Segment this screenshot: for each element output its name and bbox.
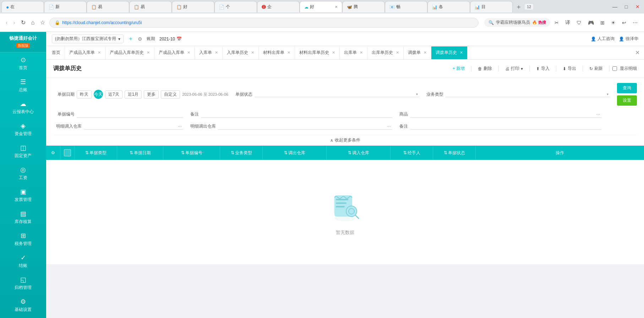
page-tab-8[interactable]: 出库单 ✕ [340, 46, 367, 59]
browser-tab-10[interactable]: 📧 畅 [385, 1, 427, 12]
page-tab-6[interactable]: 材料出库单 ✕ [259, 46, 295, 59]
biz-type-select[interactable]: ▾ [446, 91, 610, 97]
detail-out-select[interactable]: ··· [218, 123, 392, 130]
page-tab-8-close[interactable]: ✕ [360, 50, 363, 55]
page-tab-1-close[interactable]: ✕ [98, 50, 101, 55]
new-tab-button[interactable]: ＋ [513, 2, 525, 11]
company-selector[interactable]: (勿删勿禁用）江西服宝测试专用 ▾ [52, 34, 124, 43]
service-button[interactable]: 👤 人工咨询 [591, 36, 615, 42]
sidebar-item-home[interactable]: ⊙ 首页 [0, 52, 46, 74]
th-biz[interactable]: ⇅ 业务类型 [220, 146, 263, 160]
url-bar[interactable]: 🔒 https://cloud.chanjet.com/accounting/u… [49, 18, 479, 28]
status-select[interactable]: ▾ [255, 91, 419, 97]
import-button[interactable]: ⬆ 导入 [533, 64, 553, 73]
search-bar[interactable]: 🔍 学霸应聘场驱鸟员 🔥 热搜 [484, 18, 550, 27]
sidebar-item-inventory[interactable]: ▤ 库存核算 [0, 206, 46, 228]
today-btn[interactable]: 今天 [94, 90, 103, 99]
browser-tab-2[interactable]: 📄 新 [44, 1, 87, 12]
minimize-button[interactable]: ― [610, 2, 620, 12]
theme-action[interactable]: ☀ [609, 18, 618, 27]
browser-tab-9[interactable]: 🦋 腾 [342, 1, 385, 12]
sidebar-item-report[interactable]: ☁ 云报表中心 [0, 96, 46, 118]
browser-tab-8[interactable]: ☁ 好 ✕ [300, 1, 342, 12]
page-tab-1[interactable]: 产成品入库单 ✕ [65, 46, 105, 59]
page-tab-home[interactable]: 首页 [48, 46, 65, 59]
custom-btn[interactable]: 自定义 [161, 90, 180, 99]
translate-action[interactable]: 译 [563, 18, 572, 27]
query-button[interactable]: 查询 [617, 83, 637, 93]
shield-action[interactable]: 🛡 [574, 18, 584, 27]
page-tab-3[interactable]: 产成品入库单 ✕ [154, 46, 195, 59]
th-date[interactable]: ⇅ 单据日期 [117, 146, 163, 160]
th-type[interactable]: ⇅ 单据类型 [75, 146, 117, 160]
select-all-checkbox[interactable] [64, 149, 71, 156]
sidebar-item-tax[interactable]: ⊞ 税务管理 [0, 228, 46, 250]
sidebar-item-guide[interactable]: ◈ 新手引导 [0, 316, 46, 318]
page-tab-11-close[interactable]: ✕ [460, 50, 463, 55]
page-tab-11[interactable]: 调拨单历史 ✕ [431, 46, 468, 59]
page-tab-7[interactable]: 材料出库单历史 ✕ [295, 46, 340, 59]
sidebar-item-close[interactable]: ✓ 结账 [0, 250, 46, 272]
month-btn[interactable]: 近1月 [125, 90, 142, 99]
remark2-input[interactable] [410, 123, 601, 130]
browser-tab-11[interactable]: 📊 各 [427, 1, 470, 12]
grid-action[interactable]: ⊞ [598, 18, 607, 27]
th-in[interactable]: ⇅ 调入仓库 [327, 146, 391, 160]
forward-button[interactable]: › [12, 18, 16, 27]
page-tab-7-close[interactable]: ✕ [332, 50, 335, 55]
browser-tab-3[interactable]: 📋 易 [87, 1, 129, 12]
remark-input[interactable] [201, 111, 392, 118]
page-tab-10-close[interactable]: ✕ [424, 50, 427, 55]
browser-tab-6[interactable]: 📄 个 [214, 1, 257, 12]
week-btn[interactable]: 近7天 [105, 90, 122, 99]
settings-filter-button[interactable]: 设置 [617, 95, 637, 106]
sidebar-item-salary[interactable]: ◎ 工资 [0, 162, 46, 184]
sidebar-item-settings[interactable]: ⚙ 基础设置 [0, 294, 46, 316]
page-tab-2[interactable]: 产成品入库单历史 ✕ [105, 46, 154, 59]
page-tab-3-close[interactable]: ✕ [187, 50, 190, 55]
th-num[interactable]: ⇅ 单据编号 [163, 146, 220, 160]
scissors-action[interactable]: ✂ [552, 18, 561, 27]
th-gear[interactable]: ⚙ [46, 146, 60, 160]
bookmark-button[interactable]: ☆ [39, 18, 47, 27]
goods-select[interactable]: ··· [410, 111, 601, 118]
browser-tab-12[interactable]: 📊 目 [470, 1, 513, 12]
th-checkbox[interactable] [60, 146, 75, 160]
refresh-button[interactable]: ↻ 刷新 [586, 64, 606, 73]
sidebar-item-fund[interactable]: ◈ 资金管理 [0, 118, 46, 140]
refresh-nav-button[interactable]: ↻ [20, 18, 27, 27]
sidebar-item-asset[interactable]: ◫ 固定资产 [0, 140, 46, 162]
browser-tab-7[interactable]: 🅒 企 [257, 1, 300, 12]
new-button[interactable]: + 新增 [449, 64, 468, 73]
back-button[interactable]: ‹ [4, 18, 9, 27]
game-action[interactable]: 🎮 [586, 18, 596, 27]
doc-num-input[interactable] [77, 111, 183, 118]
page-tab-4[interactable]: 入库单 ✕ [195, 46, 223, 59]
page-tab-5-close[interactable]: ✕ [251, 50, 254, 55]
page-tab-4-close[interactable]: ✕ [215, 50, 218, 55]
browser-tab-1[interactable]: ● 在 [1, 1, 44, 12]
home-nav-button[interactable]: ⌂ [30, 18, 36, 27]
page-tab-9[interactable]: 出库单历史 ✕ [367, 46, 404, 59]
sidebar-item-ledger[interactable]: ☰ 总账 [0, 74, 46, 96]
th-out[interactable]: ⇅ 调出仓库 [263, 146, 327, 160]
detail-in-select[interactable]: ··· [84, 123, 183, 130]
sidebar-item-archive[interactable]: ◱ 归档管理 [0, 272, 46, 294]
browser-tab-4[interactable]: 📋 易 [129, 1, 172, 12]
sidebar-item-invoice[interactable]: ▣ 发票管理 [0, 184, 46, 206]
th-person[interactable]: ⇅ 经手人 [391, 146, 433, 160]
delete-button[interactable]: 🗑 删除 [474, 64, 496, 73]
print-button[interactable]: 🖨 打印 ▾ [502, 64, 526, 73]
close-all-tabs-button[interactable]: ✕ [632, 49, 643, 56]
th-status[interactable]: ⇅ 单据状态 [433, 146, 476, 160]
period-value[interactable]: 2021-10 📅 [159, 37, 182, 41]
page-tab-9-close[interactable]: ✕ [396, 50, 399, 55]
page-tab-5[interactable]: 入库单历史 ✕ [223, 46, 259, 59]
page-tab-2-close[interactable]: ✕ [147, 50, 150, 55]
export-button[interactable]: ⬇ 导出 [559, 64, 580, 73]
menu-action[interactable]: ⋯ [631, 18, 640, 27]
collapse-filter-button[interactable]: ∧ 收起更多条件 [53, 135, 637, 145]
display-checkbox[interactable] [612, 66, 617, 71]
page-tab-10[interactable]: 调拨单 ✕ [404, 46, 431, 59]
page-tab-6-close[interactable]: ✕ [287, 50, 290, 55]
